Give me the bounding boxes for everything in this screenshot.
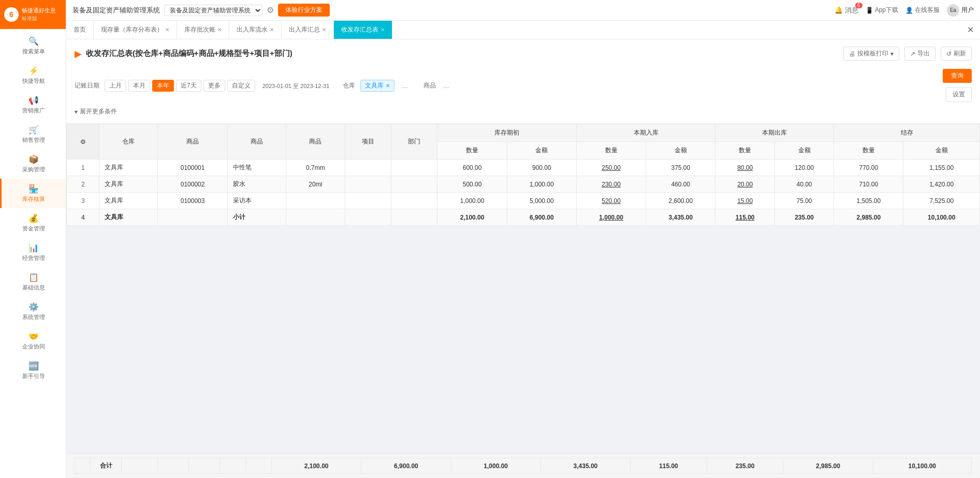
tab-home[interactable]: 首页 bbox=[66, 21, 94, 39]
sidebar-item-guide[interactable]: 🆕 新手引导 bbox=[0, 356, 66, 385]
row-dept bbox=[391, 209, 437, 226]
sidebar-item-label: 采购管理 bbox=[22, 166, 45, 173]
sidebar-item-label: 库存核算 bbox=[22, 195, 45, 203]
phone-icon: 📱 bbox=[866, 7, 873, 14]
export-icon: ↗ bbox=[910, 50, 915, 57]
row-in-qty[interactable]: 520.00 bbox=[576, 193, 646, 209]
goods-more-icon[interactable]: ... bbox=[443, 81, 449, 90]
page-header-actions: 🖨 按模板打印 ▾ ↗ 导出 ↺ 刷新 bbox=[843, 47, 972, 61]
sidebar-item-enterprise[interactable]: 🤝 企业协同 bbox=[0, 326, 66, 356]
tab-label: 库存批次账 bbox=[184, 25, 215, 34]
page-content: ▶ 收发存汇总表(按仓库+商品编码+商品+规格型号+项目+部门) 🖨 按模板打印… bbox=[66, 39, 980, 453]
footer-close-amt: 10,100.00 bbox=[873, 458, 971, 474]
footer-in-qty: 1,000.00 bbox=[451, 458, 540, 474]
date-7days-btn[interactable]: 近7天 bbox=[176, 80, 201, 92]
row-num: 2 bbox=[67, 176, 99, 193]
row-out-qty[interactable]: 115.00 bbox=[715, 209, 774, 226]
row-in-qty[interactable]: 250.00 bbox=[576, 160, 646, 176]
tab-batch[interactable]: 库存批次账 ✕ bbox=[177, 21, 229, 39]
filter-actions: 查询 设置 bbox=[943, 69, 972, 102]
th-closing: 结存 bbox=[834, 124, 980, 142]
warehouse-tag-remove-icon[interactable]: ✕ bbox=[386, 83, 390, 89]
date-label: 记账日期 bbox=[75, 81, 99, 90]
tab-label: 收发存汇总表 bbox=[341, 25, 378, 34]
th-out-qty: 数量 bbox=[715, 142, 774, 160]
tab-inout-flow[interactable]: 出入库流水 ✕ bbox=[229, 21, 282, 39]
expand-toggle-icon[interactable]: ▶ bbox=[75, 48, 82, 60]
th-close-qty: 数量 bbox=[834, 142, 903, 160]
date-this-year-btn[interactable]: 本年 bbox=[152, 80, 174, 92]
footer-label: 合计 bbox=[91, 458, 122, 474]
top-bar-right: 🔔 消息 6 📱 App下载 👤 在线客服 Ea 用户 bbox=[835, 4, 974, 17]
tab-inout-summary[interactable]: 出入库汇总 ✕ bbox=[282, 21, 334, 39]
row-in-qty[interactable]: 230.00 bbox=[576, 176, 646, 193]
refresh-button[interactable]: ↺ 刷新 bbox=[941, 47, 972, 61]
user-menu[interactable]: Ea 用户 bbox=[947, 4, 974, 17]
row-close-amt: 1,155.00 bbox=[903, 160, 980, 176]
settings-icon[interactable]: ⚙ bbox=[267, 5, 274, 15]
row-name: 小计 bbox=[227, 209, 286, 226]
row-open-amt: 900.00 bbox=[507, 160, 576, 176]
sidebar-item-label: 系统管理 bbox=[22, 313, 45, 321]
filter-settings-button[interactable]: 设置 bbox=[946, 87, 972, 102]
online-service-link[interactable]: 👤 在线客服 bbox=[905, 6, 940, 15]
date-this-month-btn[interactable]: 本月 bbox=[128, 80, 150, 92]
warehouse-tag-value: 文具库 bbox=[365, 81, 384, 90]
tab-inventory-dist[interactable]: 现存量（库存分布表） ✕ bbox=[94, 21, 177, 39]
close-all-tabs-button[interactable]: ✕ bbox=[961, 25, 980, 35]
sidebar-item-operations[interactable]: 📊 经营管理 bbox=[0, 238, 66, 267]
th-open-qty: 数量 bbox=[437, 142, 507, 160]
row-dept bbox=[391, 176, 437, 193]
sidebar-item-basic[interactable]: 📋 基础信息 bbox=[0, 267, 66, 297]
experience-button[interactable]: 体验行业方案 bbox=[278, 4, 330, 17]
top-bar: 装备及固定资产辅助管理系统 装备及固定资产辅助管理系统 ⚙ 体验行业方案 🔔 消… bbox=[66, 0, 980, 21]
th-out: 本期出库 bbox=[715, 124, 834, 142]
row-in-amt: 3,435.00 bbox=[646, 209, 715, 226]
row-num: 4 bbox=[67, 209, 99, 226]
tab-close-icon[interactable]: ✕ bbox=[270, 27, 274, 33]
date-custom-btn[interactable]: 自定义 bbox=[227, 80, 255, 92]
sidebar-item-marketing[interactable]: 📢 营销推广 bbox=[0, 90, 66, 120]
row-in-amt: 2,600.00 bbox=[646, 193, 715, 209]
sidebar-item-quick-nav[interactable]: ⚡ 快捷导航 bbox=[0, 61, 66, 90]
date-more-btn[interactable]: 更多 bbox=[203, 80, 225, 92]
template-print-button[interactable]: 🖨 按模板打印 ▾ bbox=[843, 47, 899, 61]
filter-area: 记账日期 上月 本月 本年 近7天 更多 自定义 2023-01-01 至 20… bbox=[66, 66, 980, 124]
th-warehouse: 仓库 bbox=[99, 124, 158, 160]
row-out-qty[interactable]: 80.00 bbox=[715, 160, 774, 176]
export-button[interactable]: ↗ 导出 bbox=[904, 47, 935, 61]
footer-out-qty: 115.00 bbox=[631, 458, 707, 474]
tab-close-icon[interactable]: ✕ bbox=[165, 27, 169, 33]
warehouse-more-icon[interactable]: ... bbox=[402, 81, 408, 90]
sidebar-item-sales[interactable]: 🛒 销售管理 bbox=[0, 120, 66, 149]
sidebar-nav: 🔍 搜索菜单 ⚡ 快捷导航 📢 营销推广 🛒 销售管理 📦 采购管理 🏪 bbox=[0, 29, 66, 478]
row-code bbox=[158, 209, 227, 226]
tab-close-icon[interactable]: ✕ bbox=[381, 27, 385, 33]
row-close-qty: 1,505.00 bbox=[834, 193, 903, 209]
tab-recv-send-summary[interactable]: 收发存汇总表 ✕ bbox=[334, 21, 392, 39]
data-table: ⚙ 仓库 商品 商品 商品 项目 部门 库存期初 本期入库 本期出库 结存 bbox=[66, 124, 980, 226]
print-icon: 🖨 bbox=[849, 50, 855, 57]
system-select[interactable]: 装备及固定资产辅助管理系统 bbox=[164, 5, 262, 16]
th-dept: 部门 bbox=[391, 124, 437, 160]
sidebar-item-system[interactable]: ⚙️ 系统管理 bbox=[0, 297, 66, 326]
row-out-qty[interactable]: 20.00 bbox=[715, 176, 774, 193]
sidebar-item-purchase[interactable]: 📦 采购管理 bbox=[0, 149, 66, 179]
sidebar-item-search[interactable]: 🔍 搜索菜单 bbox=[0, 31, 66, 61]
bell-icon: 🔔 bbox=[835, 6, 843, 14]
row-out-qty[interactable]: 15.00 bbox=[715, 193, 774, 209]
tab-label: 现存量（库存分布表） bbox=[101, 25, 163, 34]
sidebar-item-finance[interactable]: 💰 资金管理 bbox=[0, 208, 66, 238]
row-warehouse: 文具库 bbox=[99, 176, 158, 193]
row-in-qty[interactable]: 1,000.00 bbox=[576, 209, 646, 226]
date-last-month-btn[interactable]: 上月 bbox=[105, 80, 126, 92]
message-button[interactable]: 🔔 消息 6 bbox=[835, 6, 858, 15]
sidebar-item-inventory[interactable]: 🏪 库存核算 bbox=[0, 179, 66, 208]
row-close-amt: 7,525.00 bbox=[903, 193, 980, 209]
tab-close-icon[interactable]: ✕ bbox=[322, 27, 326, 33]
app-download-link[interactable]: 📱 App下载 bbox=[866, 6, 898, 15]
query-button[interactable]: 查询 bbox=[943, 69, 972, 83]
tab-close-icon[interactable]: ✕ bbox=[217, 27, 222, 33]
expand-more-btn[interactable]: ▾ 展开更多条件 bbox=[75, 104, 117, 118]
row-close-qty: 770.00 bbox=[834, 160, 903, 176]
